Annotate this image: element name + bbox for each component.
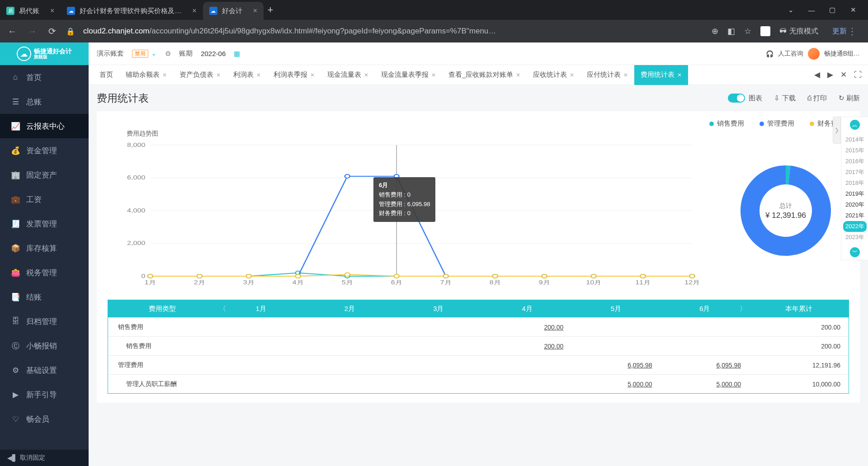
year-up-icon[interactable]: ︽ bbox=[850, 120, 860, 130]
gear-icon[interactable]: ⚙ bbox=[165, 50, 171, 58]
content-tab[interactable]: 资产负债表✕ bbox=[173, 65, 227, 85]
zoom-icon[interactable]: ⊕ bbox=[712, 26, 718, 36]
reload-icon[interactable]: ⟳ bbox=[46, 26, 58, 37]
content-tab[interactable]: 利润表季报✕ bbox=[267, 65, 321, 85]
close-icon[interactable]: ✕ bbox=[162, 72, 167, 78]
year-option[interactable]: 2021年 bbox=[843, 210, 867, 221]
year-option[interactable]: 2016年 bbox=[843, 156, 867, 167]
close-icon[interactable]: ✕ bbox=[677, 72, 682, 78]
sidebar-item[interactable]: 📈云报表中心 bbox=[0, 114, 89, 138]
content-tab[interactable]: 首页 bbox=[93, 65, 119, 85]
close-icon[interactable]: × bbox=[253, 7, 257, 15]
close-icon[interactable]: ✕ bbox=[570, 72, 574, 78]
user-name[interactable]: 畅捷通B组… bbox=[824, 50, 860, 58]
cell[interactable]: 5,000.00 bbox=[660, 381, 749, 388]
caret-down-icon[interactable]: ⌄ bbox=[780, 2, 801, 18]
trend-chart[interactable]: 费用趋势图 02,0004,0006,0008,0001月2月3月4月5月6月7… bbox=[108, 130, 704, 292]
year-option[interactable]: 2018年 bbox=[843, 178, 867, 188]
sidebar-item[interactable]: 🧾发票管理 bbox=[0, 212, 89, 236]
close-icon[interactable]: × bbox=[192, 7, 196, 15]
next-month-icon[interactable]: 〉 bbox=[740, 305, 746, 313]
content-tab[interactable]: 应收统计表✕ bbox=[527, 65, 580, 85]
year-option[interactable]: 2023年 bbox=[843, 232, 867, 243]
tabs-expand-icon[interactable]: ⛶ bbox=[854, 71, 862, 80]
donut-chart[interactable]: 总计¥ 12,391.96 bbox=[722, 130, 849, 292]
sidebar-item[interactable]: 💼工资 bbox=[0, 187, 89, 212]
lock-icon[interactable]: 🔒 bbox=[66, 27, 75, 36]
svg-text:12月: 12月 bbox=[684, 279, 700, 285]
close-icon[interactable]: ✕ bbox=[256, 72, 261, 78]
browser-tab[interactable]: 易 易代账 × bbox=[0, 2, 61, 20]
brand-logo[interactable]: ☁ 畅捷通好会计 旗舰版 bbox=[0, 42, 89, 65]
avatar[interactable] bbox=[808, 48, 820, 60]
cell[interactable]: 6,095.98 bbox=[660, 362, 749, 369]
content-tab[interactable]: 应付统计表✕ bbox=[580, 65, 634, 85]
page-title: 费用统计表 bbox=[97, 91, 149, 105]
browser-tab[interactable]: ☁ 好会计财务管理软件购买价格及… × bbox=[61, 2, 203, 20]
content-tab[interactable]: 利润表✕ bbox=[227, 65, 267, 85]
close-icon[interactable]: × bbox=[50, 7, 54, 15]
year-option[interactable]: 2014年 bbox=[843, 134, 867, 145]
content-tab[interactable]: 查看_应收账款对账单✕ bbox=[442, 65, 527, 85]
refresh-button[interactable]: ↻ 刷新 bbox=[839, 94, 860, 103]
content-tab[interactable]: 现金流量表季报✕ bbox=[375, 65, 442, 85]
close-icon[interactable]: ✕ bbox=[216, 72, 221, 78]
prev-month-icon[interactable]: 〈 bbox=[219, 305, 226, 313]
tabs-next-icon[interactable]: ▶ bbox=[827, 70, 833, 80]
sidebar-item[interactable]: 📑结账 bbox=[0, 285, 89, 309]
sidebar-item[interactable]: 👛税务管理 bbox=[0, 260, 89, 285]
close-icon[interactable]: ✕ bbox=[431, 72, 436, 78]
sidebar-pin-toggle[interactable]: ◀▋ 取消固定 bbox=[0, 450, 89, 466]
print-button[interactable]: ⎙ 打印 bbox=[807, 94, 827, 103]
new-tab-button[interactable]: + bbox=[264, 4, 277, 16]
tabs-close-icon[interactable]: ✕ bbox=[840, 70, 847, 80]
cell[interactable]: 200.00 bbox=[483, 324, 571, 331]
cell[interactable]: 200.00 bbox=[483, 343, 571, 350]
account-name[interactable]: 演示账套 bbox=[97, 49, 124, 58]
download-button[interactable]: ⇩ 下载 bbox=[774, 94, 795, 103]
sidebar-item[interactable]: 🏢固定资产 bbox=[0, 163, 89, 187]
cell[interactable]: 6,095.98 bbox=[571, 362, 660, 369]
sidebar-item[interactable]: ♡畅会员 bbox=[0, 407, 89, 431]
sidebar-item[interactable]: 💰资金管理 bbox=[0, 138, 89, 163]
disable-tag[interactable]: 禁用 ⌄ bbox=[132, 49, 157, 58]
close-icon[interactable]: ✕ bbox=[310, 72, 315, 78]
period-value[interactable]: 2022-06 bbox=[201, 50, 226, 57]
sidebar-item[interactable]: ▶新手引导 bbox=[0, 382, 89, 407]
support-link[interactable]: 人工咨询 bbox=[778, 50, 803, 58]
tabs-prev-icon[interactable]: ◀ bbox=[814, 70, 820, 80]
chart-toggle[interactable] bbox=[728, 94, 745, 103]
sidebar-item[interactable]: ⌂首页 bbox=[0, 65, 89, 89]
year-option[interactable]: 2022年 bbox=[843, 221, 867, 232]
content-tab[interactable]: 费用统计表✕ bbox=[634, 65, 688, 85]
sidebar-item[interactable]: ☰总账 bbox=[0, 89, 89, 114]
calendar-icon[interactable]: ▦ bbox=[234, 50, 240, 58]
year-option[interactable]: 2017年 bbox=[843, 167, 867, 178]
url-text[interactable]: cloud2.chanjet.com/accounting/uh26t264j5… bbox=[83, 27, 703, 36]
minimize-icon[interactable]: — bbox=[801, 2, 822, 18]
cell[interactable]: 5,000.00 bbox=[571, 381, 660, 388]
extension-icon[interactable]: ◧ bbox=[727, 26, 735, 36]
year-option[interactable]: 2015年 bbox=[843, 145, 867, 156]
forward-icon[interactable]: → bbox=[26, 26, 38, 37]
sidebar-item[interactable]: Ⓒ小畅报销 bbox=[0, 334, 89, 358]
sidebar-item[interactable]: 📦库存核算 bbox=[0, 236, 89, 260]
sidebar-item[interactable]: 🗄归档管理 bbox=[0, 309, 89, 334]
update-button[interactable]: 更新 ⋮ bbox=[827, 23, 862, 39]
puzzle-icon[interactable] bbox=[760, 26, 770, 36]
close-icon[interactable]: ✕ bbox=[364, 72, 368, 78]
sidebar-item[interactable]: ⚙基础设置 bbox=[0, 358, 89, 382]
close-icon[interactable]: ✕ bbox=[623, 72, 628, 78]
close-icon[interactable]: ✕ bbox=[516, 72, 520, 78]
year-option[interactable]: 2020年 bbox=[843, 199, 867, 210]
year-down-icon[interactable]: ︾ bbox=[850, 247, 860, 257]
back-icon[interactable]: ← bbox=[6, 26, 18, 37]
content-tab[interactable]: 辅助余额表✕ bbox=[119, 65, 173, 85]
content-tab[interactable]: 现金流量表✕ bbox=[321, 65, 375, 85]
window-close-icon[interactable]: ✕ bbox=[843, 2, 863, 18]
maximize-icon[interactable]: ▢ bbox=[822, 2, 843, 18]
star-icon[interactable]: ☆ bbox=[744, 26, 751, 36]
panel-collapse-handle[interactable]: ❯ bbox=[833, 117, 841, 144]
browser-tab-active[interactable]: ☁ 好会计 × bbox=[203, 2, 264, 20]
year-option[interactable]: 2019年 bbox=[843, 188, 867, 199]
